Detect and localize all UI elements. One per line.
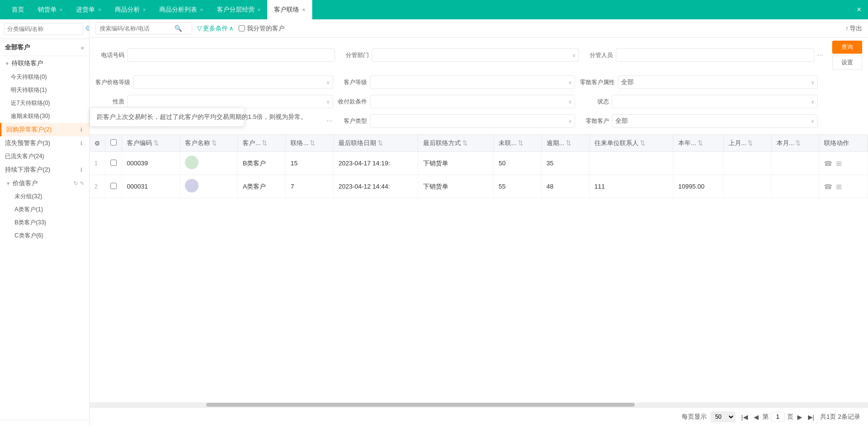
my-customer-checkbox-area[interactable]: 我分管的客户 [239,24,285,33]
more-conditions-arrow: ∧ [229,25,234,32]
nav-home[interactable]: 首页 [5,0,31,19]
th-last-month[interactable]: 上月...⇅ [723,135,771,152]
payment-select[interactable]: ∨ [370,95,576,108]
sidebar-item-class-b[interactable]: B类客户(33) [5,216,89,229]
nav-customer-segment-close[interactable]: × [258,7,260,13]
query-button[interactable]: 查询 [832,41,862,54]
row-action-call-2[interactable]: ☎ [824,183,832,191]
sidebar-collapse-icon[interactable]: « [81,44,84,51]
my-customer-checkbox[interactable] [239,25,245,31]
filter-dots-btn[interactable]: ··· [326,117,333,125]
retail-attr-select[interactable]: 全部 ∨ [618,75,818,89]
sidebar-item-tomorrow-pending[interactable]: 明天待联络(1) [0,84,89,97]
nav-product-analysis-close[interactable]: × [143,7,146,13]
th-checkbox[interactable] [106,135,122,152]
th-customer-type[interactable]: 客户...⇅ [238,135,286,152]
filter-row-2: 客户价格等级 ∨ 客户等级 ∨ 零散客户属性 全部 [95,73,862,92]
td-person-2: 111 [589,175,673,198]
export-button[interactable]: ↑ 导出 [846,24,863,33]
nav-sales-order-close[interactable]: × [60,7,62,13]
td-way-1[interactable]: 下销货单 [418,152,494,175]
scrollbar-thumb[interactable] [206,403,634,407]
row-checkbox-2[interactable] [110,183,117,189]
nav-product-analysis-list-close[interactable]: × [200,7,203,13]
th-overdue[interactable]: 逾期...⇅ [541,135,589,152]
window-close-button[interactable]: × [857,5,861,14]
row-actions-1: ☎ ⊞ [824,160,863,167]
th-last-contact-date[interactable]: 最后联络日期⇅ [334,135,418,152]
th-contact-count[interactable]: 联络...⇅ [286,135,334,152]
th-un-contact[interactable]: 未联...⇅ [493,135,541,152]
nav-customer-contact-close[interactable]: × [302,7,305,13]
churn-warning-info-icon[interactable]: ℹ [80,140,82,147]
page-input[interactable] [771,412,785,422]
sidebar-item-overdue-pending[interactable]: 逾期未联络(30) [0,110,89,123]
th-customer-name[interactable]: 客户名称⇅ [180,135,238,152]
nav-customer-contact[interactable]: 客户联络 × [267,0,312,19]
row-checkbox-1[interactable] [110,160,117,166]
repurchase-info-icon[interactable]: ℹ [80,127,82,133]
sidebar-item-declining[interactable]: 持续下滑客户(2) ℹ [0,163,89,176]
payment-label: 收付款条件 [338,98,367,106]
main-search-icon[interactable]: 🔍 [174,25,182,32]
tree-group-pending-title[interactable]: ▼ 待联络客户 [0,56,89,71]
td-way-2[interactable]: 下销货单 [418,175,494,198]
status-select[interactable]: ∨ [612,95,818,108]
sidebar-item-repurchase-abnormal[interactable]: 回购异常客户(2) ℹ [0,123,89,136]
nav-product-analysis[interactable]: 商品分析 × [108,0,152,19]
retail-customer-label: 零散客户 [580,117,609,125]
pending-group-arrow: ▼ [5,61,10,66]
row-action-more-2[interactable]: ⊞ [836,183,842,191]
value-group-refresh-icon[interactable]: ↻ [74,180,78,187]
price-level-select[interactable]: ∨ [133,75,333,89]
sidebar-item-churned[interactable]: 已流失客户(24) [0,150,89,163]
nature-select[interactable]: ∨ [127,95,333,108]
customer-type-select[interactable]: ∨ [370,114,576,128]
th-last-contact-way[interactable]: 最后联络方式⇅ [418,135,494,152]
page-buttons: |◀ ◀ 第 页 ▶ ▶| [739,412,816,422]
manager-select[interactable] [616,48,814,62]
th-this-month[interactable]: 本月...⇅ [771,135,819,152]
per-page-select[interactable]: 50 20 100 [711,411,735,422]
horizontal-scrollbar[interactable] [90,402,868,407]
th-gear[interactable]: ⚙ [90,135,106,152]
sidebar-item-ungrouped[interactable]: 未分组(32) [5,190,89,203]
nav-purchase-order[interactable]: 进货单 × [69,0,107,19]
prev-page-btn[interactable]: ◀ [752,412,761,422]
main-search-input[interactable] [100,25,172,32]
manager-label: 分管人员 [584,51,613,59]
last-page-btn[interactable]: ▶| [806,412,816,422]
sidebar-search-icon[interactable]: 🔍 [85,26,90,33]
first-page-btn[interactable]: |◀ [739,412,749,422]
sidebar-item-7days-pending[interactable]: 近7天待联络(0) [0,97,89,110]
nav-customer-segment[interactable]: 客户分层经营 × [210,0,267,19]
sidebar-item-churn-warning[interactable]: 流失预警客户(3) ℹ [0,136,89,150]
sidebar-item-today-pending[interactable]: 今天待联络(0) [0,71,89,84]
next-page-btn[interactable]: ▶ [795,412,804,422]
customer-level-select[interactable]: ∨ [370,75,576,89]
nav-sales-order[interactable]: 销货单 × [31,0,69,19]
nav-purchase-order-close[interactable]: × [98,7,101,13]
sidebar-item-class-a[interactable]: A类客户(1) [5,203,89,216]
sidebar-item-class-c[interactable]: C类客户(6) [5,229,89,242]
retail-customer-select[interactable]: 全部 ∨ [612,114,818,128]
td-checkbox-2[interactable] [106,175,122,198]
declining-info-icon[interactable]: ℹ [80,167,82,173]
th-year-amount[interactable]: 本年...⇅ [673,135,724,152]
row-action-call-1[interactable]: ☎ [824,160,832,167]
tree-group-value-title[interactable]: ▼ 价值客户 ↻ ✎ [5,176,89,190]
phone-input[interactable] [127,48,335,62]
more-conditions-btn[interactable]: ▽ 更多条件 ∧ [197,24,234,33]
th-customer-code[interactable]: 客户编码⇅ [122,135,180,152]
td-checkbox-1[interactable] [106,152,122,175]
sidebar-search-input[interactable] [4,23,83,35]
manager-dots-btn[interactable]: ··· [817,51,823,59]
th-contact-person[interactable]: 往来单位联系人⇅ [589,135,673,152]
row-action-more-1[interactable]: ⊞ [836,160,842,167]
select-all-checkbox[interactable] [110,139,117,146]
value-group-edit-icon[interactable]: ✎ [80,180,84,187]
dept-select[interactable]: ∨ [372,48,579,62]
set-button[interactable]: 设置 [832,56,862,70]
nav-product-analysis-list[interactable]: 商品分析列表 × [152,0,210,19]
tooltip-box: 距客户上次交易时长，超过了此客户的平均交易周期的1.5倍，则视为异常。 [90,107,244,127]
